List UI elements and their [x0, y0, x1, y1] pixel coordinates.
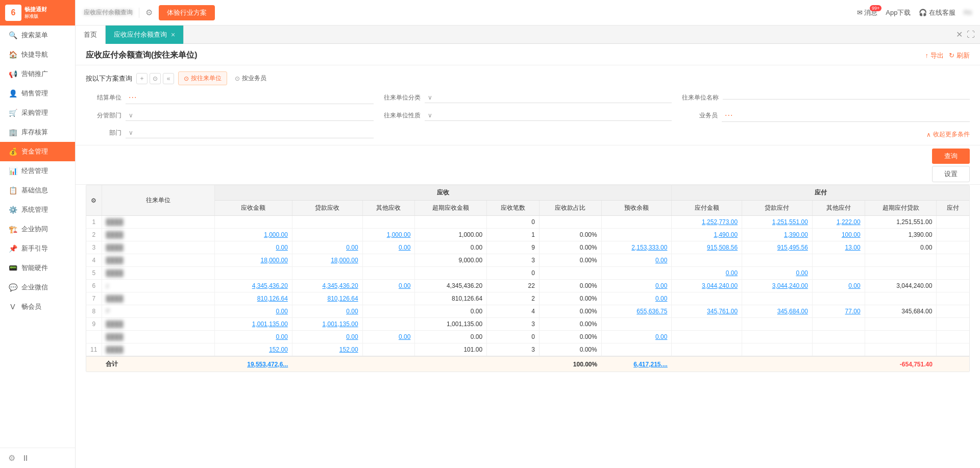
tab-close-icon[interactable]: ×: [171, 31, 175, 39]
sidebar-item-basic[interactable]: 📋基础信息: [0, 181, 75, 200]
sidebar-item-warehouse[interactable]: 🏢库存核算: [0, 122, 75, 142]
field-counterpart-category: 往来单位分类 ∨: [384, 91, 672, 104]
sidebar-item-system[interactable]: ⚙️系统管理: [0, 200, 75, 219]
table-cell[interactable]: 0.00: [601, 292, 672, 305]
table-cell[interactable]: 1,001,135.00: [214, 318, 292, 331]
refresh-button[interactable]: ↻ 刷新: [949, 51, 970, 60]
table-cell[interactable]: 810,126.64: [214, 292, 292, 305]
sidebar-item-search[interactable]: 🔍搜索菜单: [0, 26, 75, 45]
table-cell[interactable]: 4,345,436.20: [292, 280, 362, 292]
input-counterpart-name[interactable]: [723, 96, 970, 100]
table-cell[interactable]: 1,000.00: [362, 229, 415, 241]
input-settlement-unit[interactable]: ···: [126, 91, 374, 104]
th-settings[interactable]: ⚙: [86, 185, 102, 216]
input-counterpart-nature[interactable]: ∨: [425, 110, 672, 121]
table-cell[interactable]: 0.00: [362, 280, 415, 292]
tab-home[interactable]: 首页: [76, 26, 106, 44]
scheme-by-counterpart[interactable]: ⊙ 按往来单位: [178, 71, 227, 85]
table-cell[interactable]: 0.00: [812, 280, 865, 292]
table-cell: 1,001,135.00: [415, 318, 487, 331]
close-tab-icon[interactable]: ✕: [956, 30, 963, 39]
table-cell[interactable]: 810,126.64: [292, 292, 362, 305]
table-cell[interactable]: 18,000.00: [214, 254, 292, 267]
sidebar-item-guide[interactable]: 📌新手引导: [0, 239, 75, 258]
table-cell[interactable]: 0.00: [292, 331, 362, 343]
expand-scheme-button[interactable]: «: [163, 73, 174, 84]
table-cell[interactable]: 915,508.56: [672, 241, 742, 254]
sidebar-item-finance[interactable]: 💰资金管理: [0, 142, 75, 161]
set-button[interactable]: 设置: [932, 166, 970, 182]
table-cell[interactable]: 18,000.00: [292, 254, 362, 267]
sidebar-item-quicknav[interactable]: 🏠快捷导航: [0, 45, 75, 64]
table-cell[interactable]: 77.00: [812, 305, 865, 318]
maximize-icon[interactable]: ⛶: [967, 30, 975, 39]
footer-advance-balance[interactable]: 6,417,215....: [601, 356, 672, 372]
sidebar-item-member[interactable]: V畅会员: [0, 297, 75, 316]
online-service-button[interactable]: 🎧 在线客服: [919, 8, 955, 17]
table-cell[interactable]: 152.00: [214, 343, 292, 357]
query-button[interactable]: 查询: [932, 149, 970, 164]
table-cell[interactable]: 0.00: [292, 241, 362, 254]
sidebar-item-purchase[interactable]: 🛒采购管理: [0, 103, 75, 122]
message-button[interactable]: ✉ 消息 99+: [857, 8, 878, 17]
table-cell: 0: [487, 267, 540, 280]
add-scheme-button[interactable]: +: [136, 73, 148, 84]
table-cell[interactable]: 0.00: [601, 331, 672, 343]
table-cell[interactable]: 345,761.00: [672, 305, 742, 318]
sidebar-item-enterprise[interactable]: 🏗️企业协同: [0, 219, 75, 239]
table-cell: [937, 318, 969, 331]
table-cell: [362, 216, 415, 229]
table-cell[interactable]: 1,390.00: [742, 229, 813, 241]
settings-icon[interactable]: ⚙: [8, 453, 15, 463]
input-department[interactable]: ∨: [126, 128, 374, 138]
edit-scheme-button[interactable]: ⊙: [150, 73, 161, 84]
table-cell[interactable]: 152.00: [292, 343, 362, 357]
scheme-by-salesperson[interactable]: ⊙ 按业务员: [229, 71, 272, 85]
app-download-button[interactable]: App下载: [886, 8, 911, 17]
table-cell[interactable]: 3,044,240.00: [672, 280, 742, 292]
table-cell[interactable]: 0.00: [214, 331, 292, 343]
table-cell[interactable]: 0.00: [362, 331, 415, 343]
sidebar-item-operation[interactable]: 📊经营管理: [0, 161, 75, 181]
input-counterpart-category[interactable]: ∨: [425, 92, 672, 103]
table-cell[interactable]: 655,636.75: [601, 305, 672, 318]
table-cell[interactable]: 0.00: [292, 305, 362, 318]
table-cell[interactable]: 13.00: [812, 241, 865, 254]
table-cell[interactable]: 0.00: [362, 241, 415, 254]
sidebar-item-hardware[interactable]: 📟智能硬件: [0, 258, 75, 278]
table-cell[interactable]: 345,684.00: [742, 305, 813, 318]
th-overdue-payable: 超期应付贷款: [865, 201, 937, 216]
export-button[interactable]: ↑ 导出: [925, 51, 944, 60]
sidebar-item-marketing[interactable]: 📢营销推广: [0, 64, 75, 84]
table-cell[interactable]: 0.00: [214, 305, 292, 318]
filter-fields: 结算单位 ··· 往来单位分类 ∨ 往来单位名称 分管部门 ∨ 往来单位性质: [86, 91, 970, 139]
table-cell[interactable]: 100.00: [812, 229, 865, 241]
table-cell[interactable]: 1,001,135.00: [292, 318, 362, 331]
table-cell[interactable]: 1,490.00: [672, 229, 742, 241]
gear-icon[interactable]: ⚙: [145, 8, 153, 17]
table-cell: [742, 343, 813, 357]
table-cell[interactable]: 0.00: [601, 280, 672, 292]
input-salesperson[interactable]: ···: [722, 109, 970, 122]
footer-receivable-total[interactable]: 19,553,472,6...: [214, 356, 292, 372]
sidebar-item-sales[interactable]: 👤销售管理: [0, 84, 75, 103]
table-cell: [865, 343, 937, 357]
sidebar-item-wechat[interactable]: 💬企业微信: [0, 278, 75, 297]
collapse-button[interactable]: ∧ 收起更多条件: [926, 130, 970, 139]
input-division[interactable]: ∨: [126, 110, 374, 121]
table-cell[interactable]: 915,495.56: [742, 241, 813, 254]
table-cell[interactable]: 0.00: [214, 241, 292, 254]
table-cell[interactable]: 0.00: [742, 267, 813, 280]
table-cell[interactable]: 1,222.00: [812, 216, 865, 229]
table-cell[interactable]: 2,153,333.00: [601, 241, 672, 254]
table-cell[interactable]: 4,345,436.20: [214, 280, 292, 292]
table-cell[interactable]: 1,000.00: [214, 229, 292, 241]
table-cell[interactable]: 3,044,240.00: [742, 280, 813, 292]
table-cell[interactable]: 0.00: [601, 254, 672, 267]
table-cell[interactable]: 1,252,773.00: [672, 216, 742, 229]
promo-button[interactable]: 体验行业方案: [159, 5, 215, 20]
collapse-icon[interactable]: ⏸: [21, 454, 30, 463]
table-cell[interactable]: 0.00: [672, 267, 742, 280]
table-cell[interactable]: 1,251,551.00: [742, 216, 813, 229]
tab-receivable[interactable]: 应收应付余额查询 ×: [106, 26, 184, 44]
